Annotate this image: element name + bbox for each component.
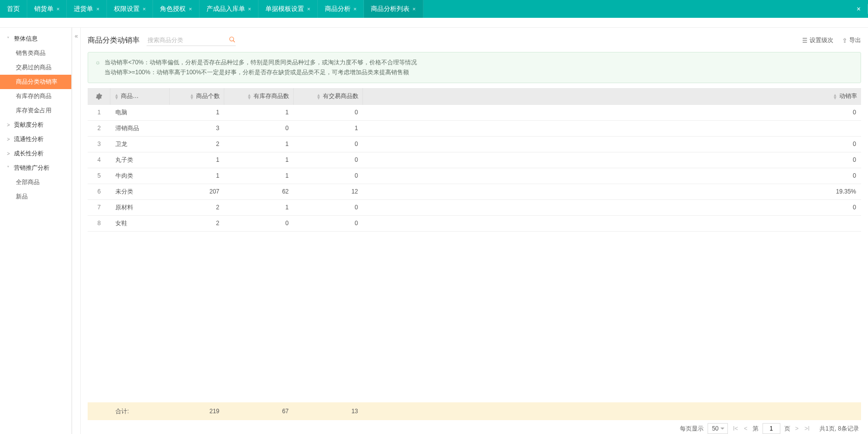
tab-8[interactable]: 商品分析列表×	[364, 0, 423, 18]
first-page-icon[interactable]: I<	[732, 425, 739, 432]
sidebar-item[interactable]: 库存资金占用	[0, 103, 71, 118]
close-icon[interactable]: ×	[143, 6, 146, 12]
cell-rate: 0	[363, 105, 861, 120]
sidebar: ˅整体信息销售类商品交易过的商品商品分类动销率有库存的商品库存资金占用>贡献度分…	[0, 28, 72, 434]
tab-6[interactable]: 单据模板设置×	[258, 0, 317, 18]
collapse-icon[interactable]: «	[75, 33, 78, 40]
cell-count: 1	[170, 152, 224, 168]
sidebar-item[interactable]: 交易过的商品	[0, 60, 71, 75]
chevron-right-icon: >	[7, 122, 12, 128]
tab-label: 产成品入库单	[206, 4, 245, 13]
last-page-icon[interactable]: >I	[804, 425, 811, 432]
total-count: 219	[170, 402, 224, 420]
table-row[interactable]: 8女鞋200	[88, 216, 861, 232]
close-icon[interactable]: ×	[56, 6, 59, 12]
cell-stock: 0	[224, 121, 294, 136]
search-icon[interactable]	[229, 36, 236, 45]
export-icon: ⇪	[842, 37, 847, 44]
sidebar-group-label: 贡献度分析	[14, 121, 44, 129]
cell-trade: 0	[294, 152, 363, 168]
close-icon[interactable]: ×	[412, 6, 415, 12]
col-rate[interactable]: ▲▼动销率	[363, 88, 861, 105]
gear-icon[interactable]	[88, 88, 110, 105]
close-icon[interactable]: ×	[307, 6, 310, 12]
svg-point-0	[230, 37, 234, 41]
tab-0[interactable]: 首页	[0, 0, 27, 18]
tab-label: 商品分析	[325, 4, 351, 13]
cell-stock: 1	[224, 200, 294, 215]
cell-count: 3	[170, 121, 224, 136]
app-close-icon[interactable]: ×	[850, 0, 868, 18]
chevron-down-icon: ˅	[7, 165, 12, 171]
sidebar-group[interactable]: >成长性分析	[0, 146, 71, 161]
page-summary: 共1页, 8条记录	[819, 425, 859, 433]
cell-stock: 1	[224, 105, 294, 120]
table-row[interactable]: 2滞销商品301	[88, 121, 861, 137]
cell-stock: 0	[224, 216, 294, 231]
tab-5[interactable]: 产成品入库单×	[200, 0, 258, 18]
chevron-right-icon: >	[7, 151, 12, 156]
col-count[interactable]: ▲▼商品个数	[170, 88, 224, 105]
close-icon[interactable]: ×	[96, 6, 99, 12]
tab-4[interactable]: 角色授权×	[153, 0, 199, 18]
info-alert: ☼ 当动销率<70%：动销率偏低，分析是否存在品种过多，特别是同质同类品种过多，…	[88, 52, 861, 83]
sidebar-item[interactable]: 新品	[0, 190, 71, 204]
cell-name: 女鞋	[110, 216, 170, 231]
table-header: ▲▼商品… ▲▼商品个数 ▲▼有库存商品数 ▲▼有交易商品数 ▲▼动销率	[88, 88, 861, 105]
close-icon[interactable]: ×	[248, 6, 251, 12]
sidebar-item[interactable]: 有库存的商品	[0, 89, 71, 103]
cell-index: 7	[88, 200, 110, 215]
table-row[interactable]: 1电脑1100	[88, 105, 861, 121]
close-icon[interactable]: ×	[354, 6, 357, 12]
tab-label: 单据模板设置	[265, 4, 304, 13]
col-name[interactable]: ▲▼商品…	[110, 88, 170, 105]
table-row[interactable]: 4丸子类1100	[88, 152, 861, 168]
col-trade[interactable]: ▲▼有交易商品数	[294, 88, 363, 105]
cell-index: 8	[88, 216, 110, 231]
export-button[interactable]: ⇪ 导出	[842, 36, 861, 45]
tab-3[interactable]: 权限设置×	[107, 0, 153, 18]
tab-label: 首页	[7, 4, 20, 13]
sidebar-item[interactable]: 销售类商品	[0, 46, 71, 60]
table-row[interactable]: 5牛肉类1100	[88, 168, 861, 184]
cell-rate	[363, 216, 861, 231]
list-icon: ☰	[802, 37, 808, 44]
cell-index: 3	[88, 137, 110, 152]
tab-label: 商品分析列表	[371, 4, 409, 13]
page-suffix: 页	[784, 425, 790, 433]
cell-name: 丸子类	[110, 152, 170, 168]
prev-page-icon[interactable]: <	[743, 425, 749, 432]
table-row[interactable]: 6未分类207621219.35%	[88, 184, 861, 200]
cell-index: 6	[88, 184, 110, 199]
sidebar-group[interactable]: >贡献度分析	[0, 118, 71, 132]
sidebar-group[interactable]: ˅营销推广分析	[0, 161, 71, 175]
close-icon[interactable]: ×	[189, 6, 192, 12]
sidebar-group[interactable]: ˅整体信息	[0, 32, 71, 46]
cell-name: 卫龙	[110, 137, 170, 152]
search-input[interactable]	[147, 35, 229, 46]
table-row[interactable]: 7原材料2100	[88, 200, 861, 216]
set-level-button[interactable]: ☰ 设置级次	[802, 36, 833, 45]
page-input[interactable]	[763, 423, 780, 434]
tab-1[interactable]: 销货单×	[27, 0, 67, 18]
cell-rate: 0	[363, 200, 861, 215]
sidebar-group-label: 整体信息	[14, 35, 38, 43]
alert-line-1: 当动销率<70%：动销率偏低，分析是否存在品种过多，特别是同质同类品种过多，或淘…	[104, 57, 417, 67]
pagination: 每页显示 50 I< < 第 页 > >I 共1页, 8条记录	[88, 420, 861, 434]
per-page-select[interactable]: 50	[708, 423, 728, 434]
sidebar-item[interactable]: 商品分类动销率	[0, 75, 71, 89]
cell-name: 牛肉类	[110, 168, 170, 184]
sidebar-group[interactable]: >流通性分析	[0, 132, 71, 146]
col-stock[interactable]: ▲▼有库存商品数	[224, 88, 294, 105]
tab-2[interactable]: 进货单×	[67, 0, 106, 18]
alert-line-2: 当动销率>=100%：动销率高于100%不一定是好事，分析是否存在缺货或是品类不…	[104, 67, 417, 77]
table-row[interactable]: 3卫龙2100	[88, 137, 861, 152]
sidebar-item[interactable]: 全部商品	[0, 175, 71, 190]
table: ▲▼商品… ▲▼商品个数 ▲▼有库存商品数 ▲▼有交易商品数 ▲▼动销率 1电脑…	[88, 88, 861, 434]
cell-rate	[363, 121, 861, 136]
cell-stock: 1	[224, 168, 294, 184]
total-rate	[363, 402, 861, 420]
tab-7[interactable]: 商品分析×	[318, 0, 364, 18]
cell-rate: 19.35%	[363, 184, 861, 199]
next-page-icon[interactable]: >	[794, 425, 800, 432]
